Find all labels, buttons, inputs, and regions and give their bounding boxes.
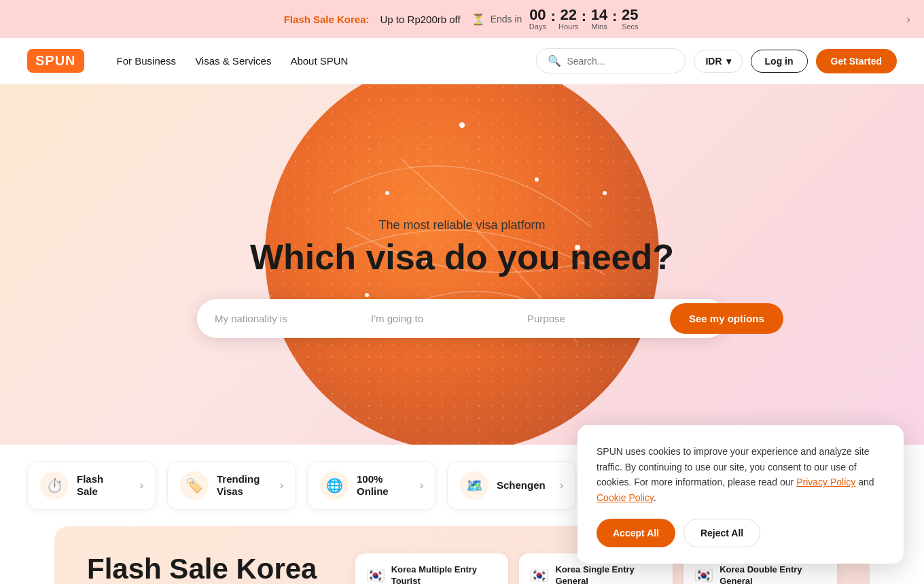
banner-arrow-icon[interactable]: › — [906, 12, 910, 27]
chevron-right-icon: › — [140, 479, 143, 492]
category-flash-sale[interactable]: ⏱️ FlashSale › — [27, 461, 156, 510]
banner-offer: Up to Rp200rb off — [380, 14, 461, 25]
cookie-buttons: Accept All Reject All — [597, 519, 885, 547]
sep2: : — [582, 9, 586, 24]
hero-content: The most reliable visa platform Which vi… — [183, 177, 741, 351]
flag-kr-3: 🇰🇷 — [694, 567, 713, 584]
hero-subtitle: The most reliable visa platform — [197, 218, 727, 233]
cookie-text: SPUN uses cookies to improve your experi… — [597, 444, 885, 505]
flag-kr-2: 🇰🇷 — [530, 567, 548, 584]
nav-links: For Business Visas & Services About SPUN — [117, 55, 515, 67]
banner-countdown: ⏳ Ends in 00 Days : 22 Hours : 14 Mins :… — [472, 7, 641, 31]
visa-search-bar: See my options — [197, 299, 727, 338]
hourglass-icon: ⏳ — [472, 13, 485, 26]
chevron-down-icon: ▾ — [726, 56, 731, 67]
nav-for-business[interactable]: For Business — [117, 55, 177, 67]
search-input[interactable] — [567, 56, 674, 67]
cookie-banner: SPUN uses cookies to improve your experi… — [578, 425, 904, 564]
logo[interactable]: SPUN — [27, 49, 84, 73]
get-started-button[interactable]: Get Started — [816, 49, 897, 73]
sep3: : — [612, 9, 617, 24]
category-flash-sale-label: FlashSale — [77, 473, 103, 498]
svg-point-0 — [459, 122, 465, 128]
countdown-days: 00 Days — [527, 7, 548, 31]
currency-selector[interactable]: IDR ▾ — [694, 50, 742, 73]
flash-sale-title: Flash Sale Korea — [87, 553, 328, 584]
hero-section: The most reliable visa platform Which vi… — [0, 84, 924, 445]
countdown-secs: 25 Secs — [620, 7, 640, 31]
product-card-1[interactable]: 🇰🇷 Korea Multiple Entry Tourist — [355, 553, 509, 584]
chevron-right-icon-2: › — [280, 479, 283, 492]
search-box[interactable]: 🔍 — [536, 48, 686, 73]
flag-kr-1: 🇰🇷 — [366, 567, 385, 584]
search-icon: 🔍 — [548, 54, 561, 67]
flash-sale-left: Flash Sale Korea Offer ends in 00 Days :… — [87, 553, 328, 584]
hero-title: Which visa do you need? — [197, 238, 727, 277]
destination-input[interactable] — [357, 305, 514, 332]
category-trending-label: TrendingVisas — [217, 473, 260, 498]
product-name-1: Korea Multiple Entry Tourist — [391, 564, 498, 584]
privacy-policy-link[interactable]: Privacy Policy — [796, 477, 855, 487]
online-icon: 🌐 — [320, 471, 349, 500]
banner-label: Flash Sale Korea: — [284, 14, 370, 25]
login-button[interactable]: Log in — [751, 50, 808, 73]
countdown-mins: 14 Mins — [589, 7, 609, 31]
currency-label: IDR — [705, 56, 722, 67]
schengen-icon: 🗺️ — [460, 471, 488, 500]
sep1: : — [550, 9, 555, 24]
product-name-2: Korea Single Entry General — [555, 564, 662, 584]
chevron-right-icon-3: › — [420, 479, 423, 492]
product-name-3: Korea Double Entry General — [719, 564, 826, 584]
reject-all-button[interactable]: Reject All — [683, 519, 760, 547]
category-trending-visas[interactable]: 🏷️ TrendingVisas › — [167, 461, 296, 510]
flash-sale-icon: ⏱️ — [40, 471, 69, 500]
see-options-button[interactable]: See my options — [670, 303, 783, 334]
countdown-hours: 22 Hours — [558, 7, 579, 31]
nationality-input[interactable] — [201, 305, 357, 332]
nav-about-spun[interactable]: About SPUN — [290, 55, 348, 67]
cookie-policy-link[interactable]: Cookie Policy — [597, 492, 654, 503]
nav-right: 🔍 IDR ▾ Log in Get Started — [536, 48, 897, 73]
navbar: SPUN For Business Visas & Services About… — [0, 38, 924, 84]
category-schengen-label: Schengen — [497, 479, 546, 492]
category-online[interactable]: 🌐 100%Online › — [307, 461, 436, 510]
countdown-units: 00 Days : 22 Hours : 14 Mins : 25 Secs — [527, 7, 640, 31]
accept-all-button[interactable]: Accept All — [597, 519, 675, 547]
purpose-input[interactable] — [514, 305, 670, 332]
category-online-label: 100%Online — [357, 473, 389, 498]
trending-visas-icon: 🏷️ — [180, 471, 209, 500]
nav-visas-services[interactable]: Visas & Services — [195, 55, 271, 67]
flash-sale-banner: Flash Sale Korea: Up to Rp200rb off ⏳ En… — [0, 0, 924, 38]
category-schengen[interactable]: 🗺️ Schengen › — [447, 461, 576, 510]
banner-ends-label: Ends in — [491, 14, 522, 24]
chevron-right-icon-4: › — [560, 479, 563, 492]
